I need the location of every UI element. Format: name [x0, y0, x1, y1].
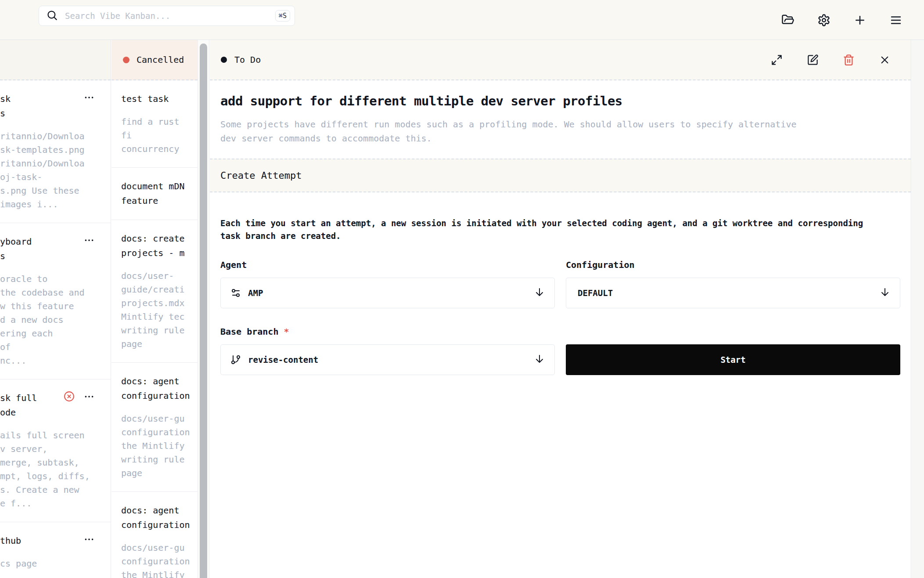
open-project-icon[interactable] [781, 14, 795, 27]
task-card-title: document mDN feature [121, 179, 195, 208]
kanban-column-cancelled: Cancelled test task find a rust fi concu… [111, 40, 198, 578]
more-options-icon[interactable] [83, 235, 95, 246]
task-card[interactable]: docs: create projects - m docs/user- gui… [111, 220, 198, 363]
task-card[interactable]: test task find a rust fi concurrency [111, 80, 198, 168]
base-branch-field: Base branch * revise-content [220, 326, 555, 375]
task-detail-actions [771, 54, 891, 66]
configuration-value: DEFAULT [578, 288, 613, 298]
agent-select[interactable]: AMP [220, 278, 555, 308]
chevron-down-icon [534, 287, 545, 299]
cancelled-status-dot [123, 57, 129, 63]
delete-icon[interactable] [843, 54, 855, 66]
edit-icon[interactable] [807, 54, 819, 66]
chevron-down-icon [880, 287, 890, 299]
task-card-title: docs: agent configuration [121, 503, 195, 532]
expand-icon[interactable] [771, 54, 783, 66]
create-attempt-section: Each time you start an attempt, a new se… [210, 192, 911, 375]
base-branch-label: Base branch [220, 326, 278, 337]
create-attempt-heading: Create Attempt [210, 159, 911, 192]
agent-label: Agent [220, 259, 555, 271]
task-card-description: ritannio/Downloa sk-templates.png ritann… [0, 130, 108, 211]
agent-field: Agent AMP [220, 259, 555, 308]
search-box[interactable]: ⌘S [39, 6, 295, 26]
search-icon [46, 9, 58, 23]
app-window: ⌘S sk s ritannio/Downloa sk-templates [0, 0, 924, 578]
panel-right-gutter [912, 40, 924, 578]
task-card-title: test task [121, 92, 195, 106]
base-branch-select[interactable]: revise-content [220, 344, 555, 375]
menu-icon[interactable] [889, 14, 902, 27]
task-card-description: docs/user-gu configuration the Mintlify … [121, 412, 195, 480]
task-card-description: docs/user- guide/creati projects.mdx Min… [121, 269, 195, 351]
git-branch-icon [230, 354, 241, 365]
agent-value: AMP [248, 288, 263, 298]
task-card-title: docs: create projects - m [121, 231, 195, 260]
task-card-description: docs/user-gu configuration the Mintlify … [121, 541, 195, 578]
column-scrollbar[interactable] [198, 40, 209, 578]
scrollbar-thumb[interactable] [200, 43, 207, 578]
close-icon[interactable] [879, 54, 891, 66]
task-card[interactable]: sk full ode ails full screen v server, m… [0, 379, 111, 522]
task-card-description: cs page [0, 557, 108, 571]
task-card-description: find a rust fi concurrency [121, 115, 195, 156]
settings-icon[interactable] [817, 14, 831, 27]
task-card-title: docs: agent configuration [121, 374, 195, 403]
task-description: Some projects have different run modes s… [220, 117, 900, 145]
task-card[interactable]: docs: agent configuration docs/user-gu c… [111, 363, 198, 492]
task-card[interactable]: yboard s oracle to the codebase and w th… [0, 223, 111, 379]
task-detail-header: To Do [210, 40, 911, 80]
more-options-icon[interactable] [83, 534, 95, 545]
configuration-select[interactable]: DEFAULT [566, 278, 900, 308]
base-branch-value: revise-content [248, 355, 318, 365]
create-attempt-intro: Each time you start an attempt, a new se… [220, 217, 900, 242]
search-shortcut-badge: ⌘S [275, 10, 290, 22]
kanban-column-left-clipped: sk s ritannio/Downloa sk-templates.png r… [0, 40, 111, 578]
column-header-cancelled: Cancelled [111, 40, 198, 80]
chevron-down-icon [534, 354, 545, 366]
todo-status-dot [221, 57, 227, 63]
search-input[interactable] [64, 11, 275, 21]
column-title: Cancelled [137, 54, 184, 65]
task-detail-panel: To Do add support for different multiple… [210, 40, 911, 578]
start-button[interactable]: Start [566, 344, 900, 375]
task-card-description: ails full screen v server, merge, subtas… [0, 429, 108, 510]
more-options-icon[interactable] [83, 391, 95, 402]
configuration-label: Configuration [566, 259, 900, 271]
task-title: add support for different multiple dev s… [220, 94, 900, 108]
more-options-icon[interactable] [83, 92, 95, 103]
add-icon[interactable] [853, 14, 866, 27]
task-card-description: oracle to the codebase and w this featur… [0, 272, 108, 368]
sliders-icon [230, 288, 241, 298]
column-header [0, 40, 111, 80]
task-card[interactable]: sk s ritannio/Downloa sk-templates.png r… [0, 80, 111, 223]
cancelled-circle-x-icon [64, 391, 75, 402]
top-bar: ⌘S [0, 0, 924, 40]
task-status-label: To Do [234, 54, 261, 65]
required-asterisk: * [284, 326, 289, 337]
task-summary-section: add support for different multiple dev s… [210, 80, 911, 145]
task-card[interactable]: document mDN feature [111, 168, 198, 220]
configuration-field: Configuration DEFAULT [566, 259, 900, 308]
task-card[interactable]: thub cs page [0, 522, 111, 578]
topbar-actions [781, 0, 902, 40]
task-card[interactable]: docs: agent configuration docs/user-gu c… [111, 492, 198, 578]
